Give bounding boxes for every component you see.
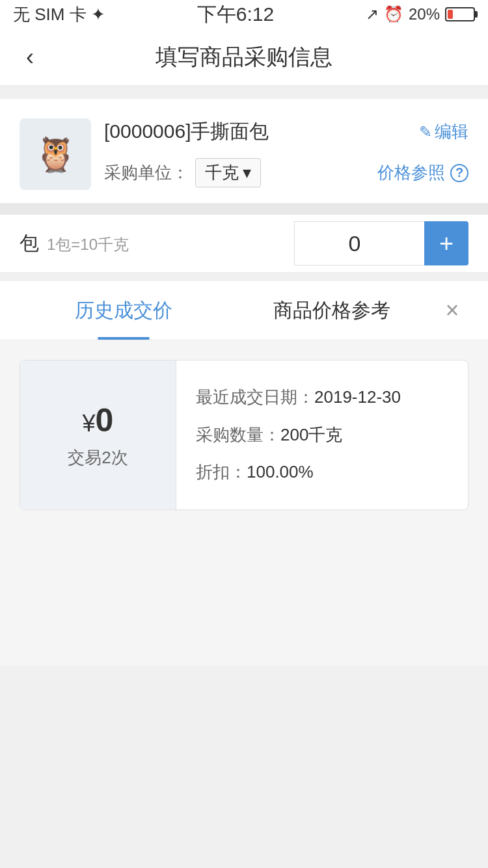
unit-chevron-icon: ▾	[243, 163, 251, 183]
purchase-quantity-label: 采购数量：	[196, 425, 280, 444]
content-area: ¥0 交易2次 最近成交日期：2019-12-30 采购数量：200千克 折扣：…	[0, 340, 488, 666]
unit-label: 采购单位：	[104, 161, 189, 184]
alarm-icon: ⏰	[384, 5, 403, 23]
price-value: 0	[96, 402, 114, 439]
nav-bar: ‹ 填写商品采购信息	[0, 29, 488, 86]
discount-value: 100.00%	[247, 462, 314, 481]
product-info: [0000006]手撕面包 ✎ 编辑 采购单位： 千克 ▾ 价格参照 ?	[104, 118, 468, 187]
back-button[interactable]: ‹	[20, 37, 40, 77]
unit-conversion-label: 1包=10千克	[47, 234, 129, 255]
product-logo-icon: 🦉	[34, 135, 77, 174]
history-card: ¥0 交易2次 最近成交日期：2019-12-30 采购数量：200千克 折扣：…	[20, 360, 468, 510]
transaction-count: 交易2次	[68, 446, 128, 469]
help-icon: ?	[450, 164, 468, 182]
page-title: 填写商品采购信息	[156, 42, 332, 72]
tab-history-price[interactable]: 历史成交价	[20, 281, 228, 340]
price-ref-label: 价格参照	[377, 161, 445, 184]
discount-row: 折扣：100.00%	[196, 459, 448, 486]
product-thumbnail: 🦉	[20, 118, 91, 190]
edit-icon: ✎	[419, 123, 432, 141]
price-display: ¥0	[83, 401, 114, 440]
recent-date-label: 最近成交日期：	[196, 387, 314, 407]
sim-signal-text: 无 SIM 卡 ✦	[13, 3, 105, 26]
status-bar: 无 SIM 卡 ✦ 下午6:12 ↗ ⏰ 20%	[0, 0, 488, 29]
quantity-row: 包 1包=10千克 +	[0, 215, 488, 272]
battery-fill	[448, 10, 453, 19]
tabs-section: 历史成交价 商品价格参考 ×	[0, 281, 488, 340]
product-full-name: [0000006]手撕面包	[104, 118, 269, 145]
product-name-row: [0000006]手撕面包 ✎ 编辑	[104, 118, 468, 145]
battery-indicator	[445, 7, 475, 21]
card-left: ¥0 交易2次	[20, 360, 176, 509]
quantity-input[interactable]	[294, 221, 424, 265]
recent-date-row: 最近成交日期：2019-12-30	[196, 384, 448, 411]
status-time: 下午6:12	[197, 1, 274, 28]
recent-date-value: 2019-12-30	[314, 387, 401, 407]
discount-label: 折扣：	[196, 462, 247, 481]
price-reference-button[interactable]: 价格参照 ?	[377, 161, 468, 184]
edit-label: 编辑	[435, 120, 468, 143]
section-divider	[0, 203, 488, 215]
quantity-controls: +	[294, 221, 468, 265]
card-right: 最近成交日期：2019-12-30 采购数量：200千克 折扣：100.00%	[176, 360, 468, 509]
purchase-quantity-row: 采购数量：200千克	[196, 422, 448, 449]
unit-value: 千克	[205, 161, 239, 184]
tab-price-reference[interactable]: 商品价格参考	[228, 281, 436, 340]
currency-symbol: ¥	[83, 410, 96, 437]
product-unit-row: 采购单位： 千克 ▾ 价格参照 ?	[104, 158, 468, 187]
battery-pct-text: 20%	[409, 5, 440, 23]
product-section: 🦉 [0000006]手撕面包 ✎ 编辑 采购单位： 千克 ▾	[0, 99, 488, 203]
quantity-unit-info: 包 1包=10千克	[20, 230, 294, 257]
edit-button[interactable]: ✎ 编辑	[419, 120, 468, 143]
tabs-header: 历史成交价 商品价格参考 ×	[0, 281, 488, 340]
status-right: ↗ ⏰ 20%	[366, 5, 475, 23]
purchase-quantity-value: 200千克	[280, 425, 342, 444]
unit-select-button[interactable]: 千克 ▾	[195, 158, 261, 187]
product-header: 🦉 [0000006]手撕面包 ✎ 编辑 采购单位： 千克 ▾	[20, 118, 468, 190]
tab-close-button[interactable]: ×	[436, 294, 468, 327]
status-left: 无 SIM 卡 ✦	[13, 3, 105, 26]
location-icon: ↗	[366, 5, 379, 23]
unit-big-label: 包	[20, 230, 39, 257]
quantity-plus-button[interactable]: +	[424, 221, 468, 265]
